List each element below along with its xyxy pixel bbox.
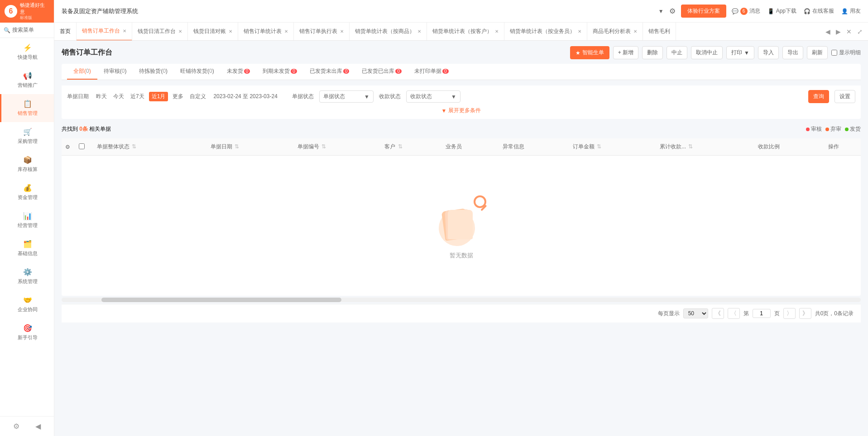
date-btn-yesterday[interactable]: 昨天 bbox=[94, 92, 109, 101]
th-settings[interactable]: ⚙ bbox=[62, 138, 75, 156]
stop-button[interactable]: 中止 bbox=[667, 46, 687, 59]
tab-close-icon[interactable]: ✕ bbox=[633, 29, 637, 34]
date-btn-today[interactable]: 今天 bbox=[111, 92, 126, 101]
sidebar-item-enterprise[interactable]: 🤝 企业协同 bbox=[0, 290, 54, 318]
review-action-button[interactable]: 审核 bbox=[806, 125, 822, 133]
tab-sales-workbench[interactable]: 销售订单工作台 ✕ bbox=[77, 23, 132, 41]
show-detail-input[interactable] bbox=[831, 50, 837, 56]
subtab-shipped-out[interactable]: 已发货已出库0 bbox=[355, 64, 408, 80]
select-all-checkbox[interactable] bbox=[79, 143, 85, 149]
sidebar-item-basic-info[interactable]: 🗂️ 基础信息 bbox=[0, 234, 54, 262]
subtab-expired-not-shipped[interactable]: 到期未发货0 bbox=[256, 64, 303, 80]
prev-page-button[interactable]: 〈 bbox=[728, 308, 740, 319]
subtab-shipped-not-out[interactable]: 已发货未出库0 bbox=[303, 64, 356, 80]
collapse-icon[interactable]: ◀ bbox=[35, 422, 41, 431]
tab-nav-next[interactable]: ▶ bbox=[834, 27, 843, 36]
tab-product-margin[interactable]: 商品毛利分析表 ✕ bbox=[587, 23, 643, 41]
subtab-not-shipped[interactable]: 未发货0 bbox=[221, 64, 257, 80]
tab-cash-daily[interactable]: 钱货日清工作台 ✕ bbox=[132, 23, 188, 41]
page-number-input[interactable] bbox=[753, 309, 771, 318]
export-button[interactable]: 导出 bbox=[782, 46, 803, 59]
sort-icon[interactable]: ⇅ bbox=[597, 143, 601, 150]
status-dropdown-icon: ▼ bbox=[364, 94, 369, 100]
cancel-stop-button[interactable]: 取消中止 bbox=[691, 46, 723, 59]
tab-sales-exec[interactable]: 销售订单执行表 ✕ bbox=[294, 23, 350, 41]
date-btn-more[interactable]: 更多 bbox=[171, 92, 185, 101]
refresh-button[interactable]: 刷新 bbox=[807, 46, 828, 59]
sort-icon[interactable]: ⇅ bbox=[321, 143, 326, 150]
tab-expand[interactable]: ⤢ bbox=[855, 27, 864, 36]
topbar-settings-icon[interactable]: ⚙ bbox=[669, 7, 676, 15]
tab-close-icon[interactable]: ✕ bbox=[495, 29, 499, 34]
tab-cash-reconcile[interactable]: 钱货日清对账 ✕ bbox=[188, 23, 238, 41]
date-btn-7days[interactable]: 近7天 bbox=[129, 92, 146, 101]
sidebar-item-purchase[interactable]: 🛒 采购管理 bbox=[0, 122, 54, 150]
first-page-button[interactable]: 《 bbox=[712, 308, 724, 319]
sort-icon[interactable]: ⇅ bbox=[398, 143, 403, 150]
subtab-not-printed[interactable]: 未打印单据0 bbox=[408, 64, 455, 80]
tab-close-icon[interactable]: ✕ bbox=[229, 29, 232, 34]
th-checkbox[interactable] bbox=[75, 138, 93, 156]
expand-conditions-button[interactable]: ▼ 展开更多条件 bbox=[441, 107, 481, 114]
sidebar-item-operations[interactable]: 📊 经营管理 bbox=[0, 206, 54, 234]
tab-sales-product[interactable]: 销货单统计表（按商品） ✕ bbox=[350, 23, 427, 41]
next-page-button[interactable]: 〉 bbox=[783, 308, 796, 319]
tab-close-icon[interactable]: ✕ bbox=[578, 29, 581, 34]
last-page-button[interactable]: 》 bbox=[799, 308, 811, 319]
app-download-item[interactable]: 📱 App下载 bbox=[767, 7, 796, 15]
sidebar-item-sales[interactable]: 📋 销售管理 bbox=[0, 94, 54, 122]
cancel-review-action-button[interactable]: 弃审 bbox=[825, 125, 841, 133]
tab-close-icon[interactable]: ✕ bbox=[284, 29, 288, 34]
smart-create-button[interactable]: ★ 智能生单 bbox=[570, 46, 609, 59]
sidebar-item-newbie[interactable]: 🎯 新手引导 bbox=[0, 318, 54, 346]
sort-icon[interactable]: ⇅ bbox=[688, 143, 693, 150]
show-detail-checkbox[interactable]: 显示明细 bbox=[831, 49, 861, 57]
tab-close-icon[interactable]: ✕ bbox=[417, 29, 421, 34]
settings-bottom-icon[interactable]: ⚙ bbox=[13, 422, 19, 431]
subtab-label: 待拣验货( bbox=[139, 68, 163, 74]
print-button[interactable]: 打印 ▼ bbox=[726, 46, 754, 59]
tab-sales-customer[interactable]: 销货单统计表（按客户） ✕ bbox=[427, 23, 504, 41]
user-item[interactable]: 👤 用友 bbox=[841, 7, 861, 15]
subtab-wangpu[interactable]: 旺铺待发货(0) bbox=[174, 64, 221, 80]
add-button[interactable]: + 新增 bbox=[613, 46, 638, 59]
empty-text: 暂无数据 bbox=[450, 251, 473, 260]
subtab-pending-review[interactable]: 待审核(0) bbox=[97, 64, 133, 80]
sort-icon[interactable]: ⇅ bbox=[132, 143, 136, 150]
subtab-all[interactable]: 全部(0) bbox=[67, 64, 97, 80]
tab-close-icon[interactable]: ✕ bbox=[123, 28, 126, 33]
tab-sales-staff[interactable]: 销货单统计表（按业务员） ✕ bbox=[504, 23, 587, 41]
per-page-select[interactable]: 20 50 100 bbox=[683, 308, 708, 318]
payment-select[interactable]: 收款状态 ▼ bbox=[406, 90, 460, 103]
online-service-item[interactable]: 🎧 在线客服 bbox=[804, 7, 834, 15]
tab-label: 商品毛利分析表 bbox=[593, 28, 631, 35]
system-dropdown[interactable]: ▼ bbox=[658, 8, 664, 14]
tab-home[interactable]: 首页 bbox=[54, 23, 77, 41]
subtab-pending-check[interactable]: 待拣验货(0) bbox=[133, 64, 174, 80]
delete-button[interactable]: 删除 bbox=[642, 46, 663, 59]
query-button[interactable]: 查询 bbox=[808, 90, 829, 103]
message-item[interactable]: 💬 6 消息 bbox=[732, 7, 760, 15]
experience-button[interactable]: 体验行业方案 bbox=[681, 5, 726, 18]
horizontal-scrollbar[interactable] bbox=[62, 298, 861, 302]
user-name: 用友 bbox=[850, 7, 861, 15]
tab-close-all[interactable]: ✕ bbox=[844, 27, 854, 36]
tab-close-icon[interactable]: ✕ bbox=[178, 29, 182, 34]
status-select[interactable]: 单据状态 ▼ bbox=[319, 90, 374, 103]
sidebar-item-inventory[interactable]: 📦 库存核算 bbox=[0, 150, 54, 178]
settings-button[interactable]: 设置 bbox=[834, 90, 855, 103]
sort-icon[interactable]: ⇅ bbox=[235, 143, 239, 150]
sidebar-item-marketing[interactable]: 📢 营销推广 bbox=[0, 66, 54, 94]
sidebar-search[interactable]: 🔍 搜索菜单 bbox=[0, 23, 54, 38]
date-btn-1month[interactable]: 近1月 bbox=[149, 92, 168, 101]
import-button[interactable]: 导入 bbox=[758, 46, 779, 59]
ship-action-button[interactable]: 发货 bbox=[845, 125, 861, 133]
sidebar-item-finance[interactable]: 💰 资金管理 bbox=[0, 178, 54, 206]
tab-nav-prev[interactable]: ◀ bbox=[824, 27, 832, 36]
date-btn-custom[interactable]: 自定义 bbox=[188, 92, 208, 101]
tab-close-icon[interactable]: ✕ bbox=[340, 29, 344, 34]
tab-sales-stats[interactable]: 销售订单统计表 ✕ bbox=[238, 23, 294, 41]
sidebar-item-quick-nav[interactable]: ⚡ 快捷导航 bbox=[0, 38, 54, 66]
tab-sales-profit[interactable]: 销售毛利 bbox=[643, 23, 676, 41]
sidebar-item-system[interactable]: ⚙️ 系统管理 bbox=[0, 262, 54, 290]
